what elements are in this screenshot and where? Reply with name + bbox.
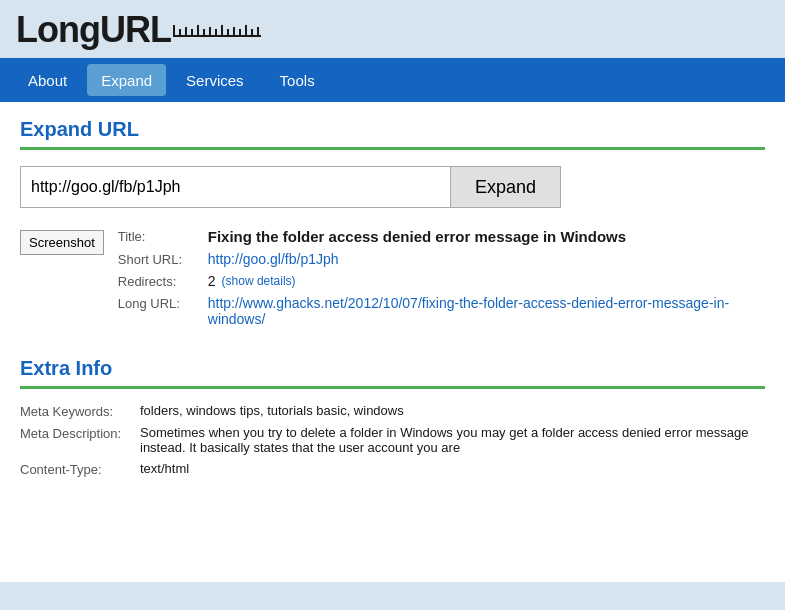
result-redirects-row: Redirects: 2 (show details) — [118, 273, 765, 289]
url-input-row: http://goo.gl/fb/p1Jph Expand — [20, 166, 765, 208]
nav: About Expand Services Tools — [0, 58, 785, 102]
screenshot-button[interactable]: Screenshot — [20, 230, 104, 255]
svg-rect-7 — [209, 27, 211, 35]
title-value: Fixing the folder access denied error me… — [208, 228, 626, 245]
url-input[interactable]: http://goo.gl/fb/p1Jph — [20, 166, 450, 208]
redirects-content: 2 (show details) — [208, 273, 296, 289]
svg-rect-11 — [233, 27, 235, 35]
logo-ruler — [173, 19, 263, 41]
show-details-link[interactable]: (show details) — [222, 274, 296, 288]
result-info-table: Title: Fixing the folder access denied e… — [118, 228, 765, 333]
svg-rect-1 — [173, 25, 175, 35]
result-area: Screenshot Title: Fixing the folder acce… — [20, 228, 765, 333]
meta-content-type-row: Content-Type: text/html — [20, 461, 765, 477]
redirects-value: 2 (show details) — [208, 273, 296, 289]
nav-item-tools[interactable]: Tools — [262, 58, 333, 102]
nav-item-about[interactable]: About — [10, 58, 85, 102]
short-url-value: http://goo.gl/fb/p1Jph — [208, 251, 339, 267]
meta-keywords-label: Meta Keywords: — [20, 403, 140, 419]
redirects-label: Redirects: — [118, 273, 208, 289]
svg-rect-10 — [227, 29, 229, 35]
extra-info-title: Extra Info — [20, 357, 765, 380]
meta-description-value: Sometimes when you try to delete a folde… — [140, 425, 765, 455]
svg-rect-12 — [239, 29, 241, 35]
svg-rect-15 — [257, 27, 259, 35]
long-url-label: Long URL: — [118, 295, 208, 311]
meta-keywords-row: Meta Keywords: folders, windows tips, tu… — [20, 403, 765, 419]
svg-rect-9 — [221, 25, 223, 35]
page-title: Expand URL — [20, 118, 765, 141]
svg-rect-2 — [179, 29, 181, 35]
extra-info-divider — [20, 386, 765, 389]
meta-description-label: Meta Description: — [20, 425, 140, 441]
svg-rect-0 — [173, 35, 261, 37]
main-content: Expand URL http://goo.gl/fb/p1Jph Expand… — [0, 102, 785, 582]
result-long-url-row: Long URL: http://www.ghacks.net/2012/10/… — [118, 295, 765, 327]
long-url-link[interactable]: http://www.ghacks.net/2012/10/07/fixing-… — [208, 295, 729, 327]
header: LongURL — [0, 0, 785, 58]
title-divider — [20, 147, 765, 150]
svg-rect-4 — [191, 29, 193, 35]
short-url-link[interactable]: http://goo.gl/fb/p1Jph — [208, 251, 339, 267]
meta-content-type-label: Content-Type: — [20, 461, 140, 477]
svg-rect-3 — [185, 27, 187, 35]
meta-keywords-value: folders, windows tips, tutorials basic, … — [140, 403, 765, 418]
nav-item-services[interactable]: Services — [168, 58, 262, 102]
result-short-url-row: Short URL: http://goo.gl/fb/p1Jph — [118, 251, 765, 267]
short-url-label: Short URL: — [118, 251, 208, 267]
result-title-row: Title: Fixing the folder access denied e… — [118, 228, 765, 245]
meta-content-type-value: text/html — [140, 461, 765, 476]
title-label: Title: — [118, 228, 208, 244]
svg-rect-6 — [203, 29, 205, 35]
expand-button[interactable]: Expand — [450, 166, 561, 208]
svg-rect-5 — [197, 25, 199, 35]
redirects-count: 2 — [208, 273, 216, 289]
svg-rect-8 — [215, 29, 217, 35]
svg-rect-14 — [251, 29, 253, 35]
meta-description-row: Meta Description: Sometimes when you try… — [20, 425, 765, 455]
nav-item-expand[interactable]: Expand — [87, 64, 166, 96]
svg-rect-13 — [245, 25, 247, 35]
logo-text: LongURL — [16, 12, 171, 48]
long-url-value: http://www.ghacks.net/2012/10/07/fixing-… — [208, 295, 765, 327]
